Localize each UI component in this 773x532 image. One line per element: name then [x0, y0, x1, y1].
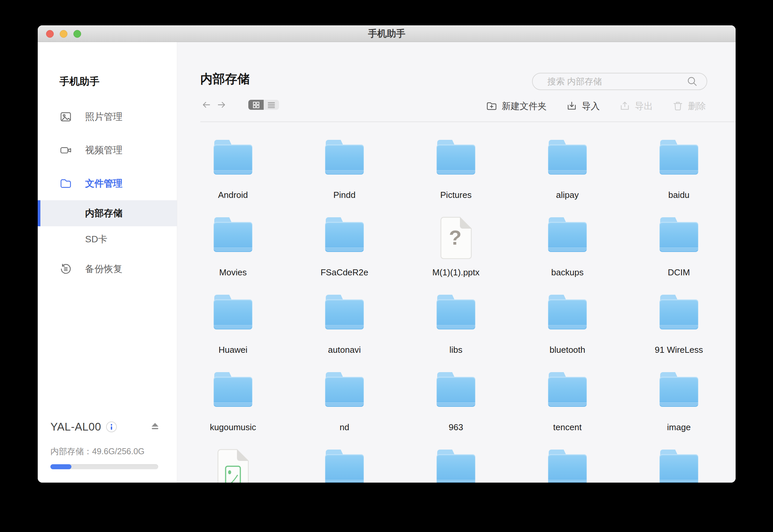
file-name: nd — [340, 423, 349, 432]
search-box[interactable] — [532, 73, 707, 90]
sidebar-item-backup-restore[interactable]: 备份恢复 — [38, 252, 177, 286]
file-item[interactable]: ? kugoumusic — [177, 354, 289, 432]
file-name: alipay — [556, 191, 579, 200]
folder-icon — [660, 140, 698, 175]
grid-view-button[interactable] — [248, 100, 264, 110]
sidebar: 手机助手 照片管理 — [38, 42, 177, 483]
file-item[interactable]: ? DCIM — [623, 200, 735, 277]
file-name: autonavi — [328, 345, 361, 354]
titlebar: 手机助手 — [38, 25, 736, 42]
sidebar-item-label: 视频管理 — [85, 144, 122, 157]
sidebar-item-photos[interactable]: 照片管理 — [38, 100, 177, 134]
folder-icon — [548, 217, 587, 252]
image-file-icon — [217, 449, 249, 483]
export-icon — [619, 100, 630, 112]
file-item[interactable]: ? baidu — [623, 122, 735, 200]
selected-indicator — [38, 200, 40, 226]
file-item[interactable]: ? M(1)(1).pptx — [400, 200, 512, 277]
file-item[interactable]: ? tencent — [512, 354, 623, 432]
folder-icon — [59, 177, 72, 190]
file-item[interactable]: ? 963 — [400, 354, 512, 432]
sidebar-item-internal-storage[interactable]: 内部存储 — [38, 200, 177, 226]
app-title: 手机助手 — [59, 75, 177, 87]
folder-icon — [325, 295, 364, 329]
file-item[interactable]: ? Huawei — [177, 277, 289, 354]
folder-icon — [214, 217, 252, 252]
file-name: backups — [551, 268, 584, 277]
folder-icon — [437, 295, 475, 329]
file-item[interactable]: ? — [289, 432, 400, 483]
file-item[interactable]: ? Pindd — [289, 122, 400, 200]
file-item[interactable]: ? FSaCdeR2e — [289, 200, 400, 277]
sidebar-menu: 照片管理 视频管理 — [38, 100, 177, 286]
file-name: FSaCdeR2e — [320, 268, 368, 277]
file-item[interactable]: ? bluetooth — [512, 277, 623, 354]
sidebar-item-files[interactable]: 文件管理 — [38, 167, 177, 200]
file-name: Android — [218, 191, 248, 200]
unknown-glyph: ? — [449, 226, 462, 249]
file-name: baidu — [668, 191, 690, 200]
folder-icon — [325, 217, 364, 252]
action-label: 导出 — [635, 100, 653, 112]
folder-icon — [214, 295, 252, 329]
file-name: Movies — [219, 268, 247, 277]
new-folder-button[interactable]: 新建文件夹 — [486, 100, 547, 112]
folder-icon — [548, 140, 587, 175]
folder-icon — [437, 450, 475, 483]
action-label: 删除 — [688, 100, 706, 112]
list-view-button[interactable] — [264, 100, 279, 110]
file-item[interactable]: ? alipay — [512, 122, 623, 200]
import-button[interactable]: 导入 — [566, 100, 600, 112]
trash-icon — [672, 100, 684, 112]
file-item[interactable]: ? — [512, 432, 623, 483]
file-item[interactable]: ? image — [623, 354, 735, 432]
folder-icon — [325, 372, 364, 407]
sidebar-item-sd-card[interactable]: SD卡 — [38, 226, 177, 252]
folder-icon — [214, 140, 252, 175]
file-item[interactable]: ? Movies — [177, 200, 289, 277]
storage-label: 内部存储：49.6G/256.0G — [50, 446, 160, 457]
device-info-icon[interactable] — [106, 421, 117, 433]
search-icon[interactable] — [687, 76, 698, 87]
delete-button[interactable]: 删除 — [672, 100, 706, 112]
file-item[interactable]: ? 91 WireLess — [623, 277, 735, 354]
file-item[interactable]: ? — [400, 432, 512, 483]
main-header: 内部存储 — [177, 42, 736, 122]
device-name: YAL-AL00 — [50, 421, 101, 433]
sidebar-item-videos[interactable]: 视频管理 — [38, 134, 177, 167]
device-panel: YAL-AL00 — [50, 421, 160, 469]
file-name: image — [667, 423, 691, 432]
file-item[interactable]: ? autonavi — [289, 277, 400, 354]
file-item[interactable]: ? Pictures — [400, 122, 512, 200]
desktop-background: 手机助手 手机助手 照片管理 — [0, 0, 773, 532]
unknown-file-icon: ? — [440, 217, 472, 259]
eject-icon[interactable] — [151, 422, 160, 430]
export-button[interactable]: 导出 — [619, 100, 653, 112]
search-input[interactable] — [533, 73, 687, 89]
folder-plus-icon — [486, 100, 497, 112]
file-name: Pindd — [333, 191, 356, 200]
folder-icon — [548, 450, 587, 483]
sidebar-item-label: 文件管理 — [85, 177, 122, 190]
file-item[interactable]: ? Android — [177, 122, 289, 200]
folder-icon — [214, 372, 252, 407]
file-name: libs — [449, 345, 462, 354]
folder-icon — [660, 372, 698, 407]
sidebar-item-label: 照片管理 — [85, 110, 122, 123]
app-window: 手机助手 手机助手 照片管理 — [38, 25, 736, 483]
file-name: kugoumusic — [210, 423, 256, 432]
back-button[interactable] — [200, 99, 212, 111]
forward-button[interactable] — [216, 99, 228, 111]
toolbar-actions: 新建文件夹 导入 — [486, 100, 706, 112]
file-item[interactable]: ? backups — [512, 200, 623, 277]
file-item[interactable]: ? nd — [289, 354, 400, 432]
file-name: DCIM — [668, 268, 690, 277]
backup-icon — [59, 263, 72, 275]
folder-icon — [660, 217, 698, 252]
file-item[interactable]: ? libs — [400, 277, 512, 354]
file-item[interactable]: ? — [623, 432, 735, 483]
file-item[interactable]: ? — [177, 432, 289, 483]
folder-icon — [325, 140, 364, 175]
file-name: M(1)(1).pptx — [432, 268, 480, 277]
sidebar-item-label: 内部存储 — [85, 207, 122, 220]
